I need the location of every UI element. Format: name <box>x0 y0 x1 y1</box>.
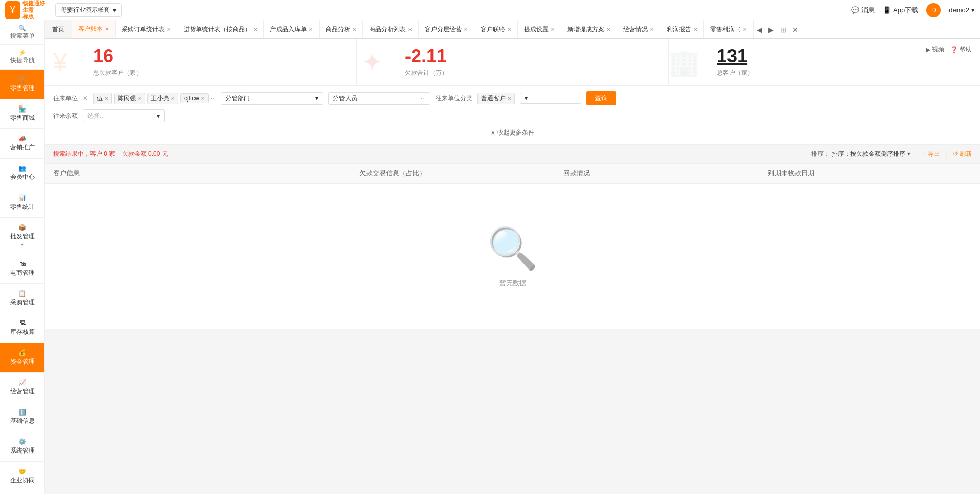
remainder-selector[interactable]: 选择... ▾ <box>83 109 165 122</box>
tag-close-icon[interactable]: ✕ <box>507 96 511 101</box>
tab-close-icon[interactable]: ✕ <box>408 27 412 32</box>
col-customer-info: 客户信息 <box>53 169 359 178</box>
tab-customer-contact[interactable]: 客户联络 ✕ <box>474 20 518 39</box>
tab-close-icon[interactable]: ✕ <box>650 27 654 32</box>
data-table: 客户信息 欠款交易信息（占比） 回款情况 到期未收款日期 🔍 暂无数据 <box>45 164 980 329</box>
tag-close-icon[interactable]: ✕ <box>104 96 108 101</box>
clear-icon[interactable]: ··· <box>421 95 426 102</box>
tab-product-inbound[interactable]: 产成品入库单 ✕ <box>264 20 320 39</box>
tab-close-icon[interactable]: ✕ <box>105 26 109 32</box>
tag-close-icon[interactable]: ✕ <box>201 96 205 101</box>
tab-close-icon[interactable]: ✕ <box>167 27 171 32</box>
sidebar-item-basic[interactable]: ℹ️ 基础信息 <box>0 402 44 432</box>
tab-goods-analysis[interactable]: 商品分析 ✕ <box>320 20 363 39</box>
tab-customer-ledger[interactable]: 客户账本 ✕ <box>72 20 116 39</box>
filter-tag-2[interactable]: 王小亮 ✕ <box>147 93 178 104</box>
tab-close-all-btn[interactable]: ✕ <box>789 26 802 34</box>
collab-icon: 🤝 <box>18 468 26 475</box>
refresh-btn[interactable]: ↺ 刷新 <box>953 150 972 159</box>
stat-total-number: 131 <box>717 47 754 65</box>
tab-home[interactable]: 首页 <box>45 20 72 39</box>
tab-close-icon[interactable]: ✕ <box>507 27 511 32</box>
message-btn[interactable]: 💬 消息 <box>851 6 875 15</box>
tab-next-btn[interactable]: ▶ <box>765 26 777 34</box>
tab-close-icon[interactable]: ✕ <box>693 27 697 32</box>
filter-tag-1[interactable]: 陈民强 ✕ <box>114 93 145 104</box>
stat-block-total: 🏢 131 总客户（家） <box>669 39 980 85</box>
tab-profit-report[interactable]: 利润报告 ✕ <box>660 20 704 39</box>
tab-inbound-stats[interactable]: 进货单统计表（按商品） ✕ <box>177 20 264 39</box>
retail-icon: 🛒 <box>18 76 26 83</box>
ecommerce-icon: 🛍 <box>19 260 26 267</box>
chevron-icon: ▾ <box>21 242 24 248</box>
tag-close-icon[interactable]: ✕ <box>171 96 175 101</box>
collapse-btn[interactable]: ∧ 收起更多条件 <box>53 126 972 139</box>
operation-icon: 📈 <box>18 379 26 386</box>
industry-selector[interactable]: 母婴行业演示帐套 ▾ <box>55 3 122 17</box>
sidebar-item-retail-stats[interactable]: 📊 零售统计 <box>0 188 44 218</box>
sidebar-item-purchase[interactable]: 📋 采购管理 <box>0 284 44 313</box>
logo-icon: ¥ <box>5 1 20 19</box>
filter-tag-0[interactable]: 伍 ✕ <box>93 93 112 104</box>
sidebar-item-wholesale[interactable]: 📦 批发管理 ▾ <box>0 218 44 254</box>
sidebar-item-ecommerce[interactable]: 🛍 电商管理 <box>0 254 44 284</box>
filter-category-tag[interactable]: 普通客户 ✕ <box>477 93 515 104</box>
sidebar-item-collab[interactable]: 🤝 企业协同 <box>0 462 44 491</box>
sidebar-item-finance[interactable]: 💰 资金管理 <box>0 343 44 373</box>
sidebar-item-operation[interactable]: 📈 经营管理 <box>0 373 44 402</box>
search-icon: 🔍 <box>3 25 41 32</box>
person-selector[interactable]: 分管人员 ··· <box>328 92 430 105</box>
user-name[interactable]: demo2 ▾ <box>949 6 975 14</box>
sidebar-item-marketing[interactable]: 📣 营销推广 <box>0 129 44 159</box>
member-icon: 👥 <box>18 165 26 172</box>
tab-close-icon[interactable]: ✕ <box>743 27 747 32</box>
result-info: 搜索结果中，客户 0 家 欠款金额 0.00 元 <box>53 150 168 159</box>
category-select-dropdown[interactable]: ▾ <box>520 93 581 104</box>
tab-purchase-stats[interactable]: 采购订单统计表 ✕ <box>116 20 177 39</box>
col-debt-info: 欠款交易信息（占比） <box>359 169 563 178</box>
app-download-btn[interactable]: 📱 App下载 <box>883 6 918 15</box>
unit-filter-tags: 伍 ✕ 陈民强 ✕ 王小亮 ✕ <box>93 93 216 104</box>
sidebar-item-mall[interactable]: 🏪 零售商城 <box>0 99 44 129</box>
chevron-down-icon: ▾ <box>525 95 528 102</box>
unit-filter-close[interactable]: ✕ <box>83 95 88 102</box>
sidebar-item-retail[interactable]: 🛒 零售管理 <box>0 70 44 99</box>
tab-commission-settings[interactable]: 提成设置 ✕ <box>518 20 561 39</box>
tab-expand-btn[interactable]: ⊞ <box>777 26 789 34</box>
sidebar-item-system[interactable]: ⚙️ 系统管理 <box>0 432 44 462</box>
tab-business[interactable]: 经营情况 ✕ <box>617 20 660 39</box>
stat-customers-label: 总欠款客户（家） <box>93 69 142 77</box>
dept-selector[interactable]: 分管部门 ▾ <box>221 92 323 105</box>
avatar[interactable]: D <box>926 3 941 17</box>
tab-retail-profit[interactable]: 零售利润（ ✕ <box>704 20 754 39</box>
stats-icon: 📊 <box>18 194 26 201</box>
export-btn[interactable]: ↑ 导出 <box>923 150 940 159</box>
tab-close-icon[interactable]: ✕ <box>253 27 257 32</box>
mall-icon: 🏪 <box>18 105 26 113</box>
tab-customer-tier[interactable]: 客户分层经营 ✕ <box>419 20 474 39</box>
chevron-down-icon: ▾ <box>315 95 318 102</box>
unit-filter-label: 往来单位 <box>53 94 78 103</box>
stat-total-label: 总客户（家） <box>717 69 754 77</box>
sidebar-item-inventory[interactable]: 🏗 库存核算 <box>0 313 44 343</box>
filter-more-btn[interactable]: ··· <box>211 95 216 102</box>
empty-illustration: 🔍 <box>487 224 538 273</box>
filter-tag-3[interactable]: cjttcw ✕ <box>180 93 209 103</box>
tab-close-icon[interactable]: ✕ <box>606 27 610 32</box>
sidebar-item-member[interactable]: 👥 会员中心 <box>0 159 44 188</box>
sidebar-nav[interactable]: ⚡ 快捷导航 <box>0 45 44 70</box>
tab-goods-analysis-list[interactable]: 商品分析列表 ✕ <box>363 20 419 39</box>
sort-selector[interactable]: 排序： 排序：按欠款金额倒序排序 ▾ <box>811 150 910 159</box>
tab-close-icon[interactable]: ✕ <box>309 27 313 32</box>
tab-prev-btn[interactable]: ◀ <box>754 26 765 34</box>
sidebar-item-guide[interactable]: 🎯 新手引导 <box>0 491 44 494</box>
col-repayment: 回款情况 <box>563 169 767 178</box>
tab-close-icon[interactable]: ✕ <box>551 27 555 32</box>
tab-close-icon[interactable]: ✕ <box>352 27 356 32</box>
tab-close-icon[interactable]: ✕ <box>464 27 468 32</box>
logo: ¥ 畅捷通好生意 标版 <box>5 0 50 20</box>
query-button[interactable]: 查询 <box>586 91 616 105</box>
tab-add-commission[interactable]: 新增提成方案 ✕ <box>561 20 617 39</box>
sidebar-search[interactable]: 🔍 搜索菜单 <box>0 20 44 45</box>
tag-close-icon[interactable]: ✕ <box>138 96 142 101</box>
